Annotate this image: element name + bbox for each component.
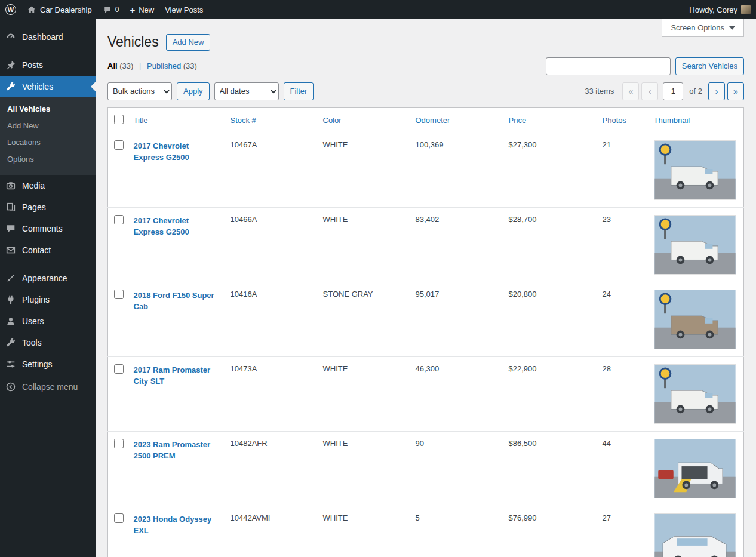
color-cell: WHITE [317,207,410,282]
last-page-button[interactable]: » [727,82,744,100]
search-vehicles-button[interactable]: Search Vehicles [675,57,744,75]
previous-page-button: ‹ [641,82,658,100]
row-checkbox[interactable] [114,364,124,374]
photos-cell: 28 [597,356,648,431]
stock-cell: 10473A [225,356,317,431]
photos-cell: 21 [597,133,648,207]
submenu-item-all-vehicles[interactable]: All Vehicles [0,101,96,118]
table-row: 2017 Chevrolet Express G2500 10466A WHIT… [108,207,744,282]
sidebar-item-contact[interactable]: Contact [0,239,96,261]
comment-bubble-icon [103,5,112,14]
plugin-icon [5,294,17,306]
vehicle-title-link[interactable]: 2023 Honda Odyssey EXL [134,513,219,537]
row-checkbox[interactable] [114,290,124,299]
comment-icon [5,223,17,235]
column-header-photos[interactable]: Photos [597,107,648,133]
pagination: 33 items « ‹ of 2 › » [585,82,744,100]
table-row: 2017 Ram Promaster City SLT 10473A WHITE… [108,356,744,431]
submenu-item-add-new[interactable]: Add New [0,118,96,134]
search-input[interactable] [546,57,671,75]
column-header-price[interactable]: Price [503,107,597,133]
sidebar-item-label: Pages [22,202,46,213]
row-checkbox[interactable] [114,140,124,150]
wordpress-logo[interactable]: W [0,0,21,19]
row-checkbox[interactable] [114,513,124,523]
column-header-odometer[interactable]: Odometer [410,107,503,133]
sidebar-item-settings[interactable]: Settings [0,353,96,375]
apply-button[interactable]: Apply [177,82,210,100]
view-posts-label: View Posts [165,5,203,14]
row-checkbox[interactable] [114,439,124,448]
row-checkbox[interactable] [114,215,124,224]
page-title: Vehicles [107,33,159,51]
sidebar-item-label: Media [22,180,45,191]
sidebar-item-label: Dashboard [22,32,63,42]
view-filter-all-count: (33) [119,61,133,70]
tools-icon [5,337,17,349]
price-cell: $27,300 [503,133,597,207]
color-cell: WHITE [317,133,410,207]
table-row: 2023 Honda Odyssey EXL 10442AVMI WHITE 5… [108,506,744,557]
sidebar-item-users[interactable]: Users [0,310,96,332]
bulk-actions-select[interactable]: Bulk actions [107,82,172,100]
vehicle-title-link[interactable]: 2018 Ford F150 Super Cab [134,290,219,313]
account-menu[interactable]: Howdy, Corey [684,0,756,19]
vehicle-thumbnail [654,140,736,200]
sidebar-item-tools[interactable]: Tools [0,332,96,353]
view-filter-all[interactable]: All [107,61,118,70]
view-posts-link[interactable]: View Posts [159,0,208,19]
select-all-checkbox[interactable] [114,115,124,124]
vehicle-title-link[interactable]: 2017 Chevrolet Express G2500 [134,140,219,164]
dashboard-icon [5,31,17,43]
sidebar-item-pages[interactable]: Pages [0,196,96,218]
column-header-stock[interactable]: Stock # [225,107,317,133]
view-filters: All (33) | Published (33) [107,61,197,70]
new-content-menu[interactable]: + New [124,0,159,19]
howdy-text: Howdy, Corey [689,5,737,14]
column-header-thumbnail[interactable]: Thumbnail [648,107,744,133]
collapse-menu-button[interactable]: Collapse menu [0,376,96,398]
avatar [741,5,751,14]
current-page-input[interactable] [663,82,683,100]
odometer-cell: 90 [410,431,503,506]
screen-options-tab[interactable]: Screen Options [662,19,744,37]
vehicle-thumbnail [654,513,736,557]
column-header-title[interactable]: Title [128,107,225,133]
submenu-item-locations[interactable]: Locations [0,134,96,151]
sidebar-item-comments[interactable]: Comments [0,218,96,239]
sidebar-item-posts[interactable]: Posts [0,54,96,76]
odometer-cell: 46,300 [410,356,503,431]
vehicles-table: Title Stock # Color Odometer Price Photo… [107,107,744,557]
photos-cell: 24 [597,282,648,356]
table-row: 2017 Chevrolet Express G2500 10467A WHIT… [108,133,744,207]
vehicle-title-link[interactable]: 2017 Ram Promaster City SLT [134,364,219,387]
comments-shortcut[interactable]: 0 [97,0,125,19]
sidebar-item-media[interactable]: Media [0,175,96,196]
price-cell: $22,900 [503,356,597,431]
vehicle-title-link[interactable]: 2023 Ram Promaster 2500 PREM [134,439,219,462]
dates-filter-select[interactable]: All dates [214,82,279,100]
price-cell: $28,700 [503,207,597,282]
sidebar-item-plugins[interactable]: Plugins [0,289,96,310]
add-new-button[interactable]: Add New [166,34,211,51]
color-cell: WHITE [317,431,410,506]
next-page-button[interactable]: › [708,82,725,100]
sidebar-item-dashboard[interactable]: Dashboard [0,26,96,48]
filter-button[interactable]: Filter [284,82,314,100]
total-pages-label: of 2 [689,87,702,96]
vehicle-title-link[interactable]: 2017 Chevrolet Express G2500 [134,215,219,238]
column-header-color[interactable]: Color [317,107,410,133]
sidebar-item-label: Contact [22,245,51,256]
site-name-link[interactable]: Car Dealership [21,0,97,19]
sidebar-item-vehicles[interactable]: Vehicles [0,76,96,97]
submenu-item-options[interactable]: Options [0,151,96,168]
sidebar-item-appearance[interactable]: Appearance [0,267,96,289]
view-filter-published[interactable]: Published [147,61,181,70]
odometer-cell: 5 [410,506,503,557]
chevron-down-icon [729,26,735,30]
screen-options-label: Screen Options [671,23,724,32]
photos-cell: 23 [597,207,648,282]
sidebar-item-label: Plugins [22,294,50,305]
stock-cell: 10416A [225,282,317,356]
sidebar-item-label: Settings [22,359,53,370]
